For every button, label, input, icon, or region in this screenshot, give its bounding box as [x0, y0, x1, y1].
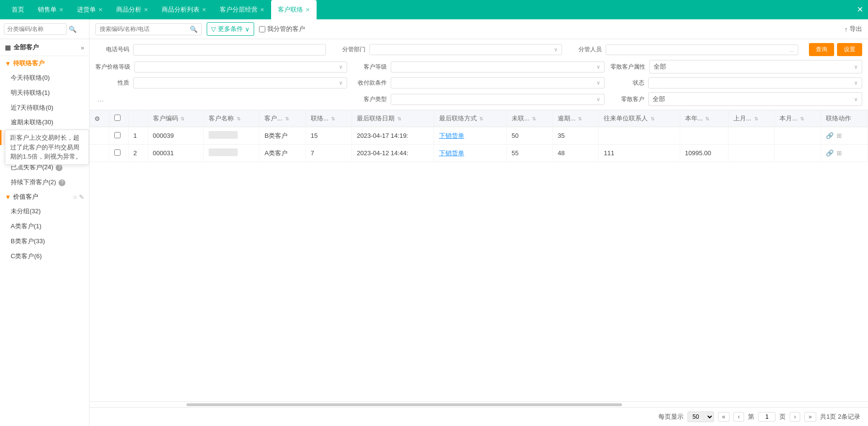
customer-grade-select[interactable]: ∨ — [391, 61, 605, 73]
cell-no-1: 1 — [128, 127, 148, 145]
close-purchase-tab[interactable]: ✕ — [98, 7, 103, 13]
grid-action-icon-2[interactable]: ⊞ — [837, 149, 842, 157]
person-select[interactable]: ... — [606, 44, 798, 55]
cell-pending-1: 50 — [506, 127, 552, 145]
status-select[interactable]: ∨ — [648, 77, 862, 88]
close-customer-segmentation-tab[interactable]: ✕ — [260, 7, 264, 13]
nav-customer-segmentation[interactable]: 客户分层经营 ✕ — [213, 0, 271, 19]
dept-select[interactable]: ∨ — [369, 44, 562, 55]
nav-product-analysis[interactable]: 商品分析 ✕ — [109, 0, 155, 19]
collapse-arrow-icon[interactable]: » — [81, 44, 84, 51]
grid-action-icon-1[interactable]: ⊞ — [837, 132, 842, 139]
sort-last-month-icon[interactable]: ⇅ — [754, 116, 758, 121]
cell-last-method-1[interactable]: 下销货单 — [434, 127, 506, 145]
sort-this-year-icon[interactable]: ⇅ — [705, 116, 709, 121]
info-icon-declining[interactable]: ? — [59, 179, 65, 186]
category-search-input[interactable] — [4, 23, 67, 35]
info-icon-already-lost[interactable]: ? — [56, 164, 62, 171]
nav-product-analysis-list[interactable]: 商品分析列表 ✕ — [155, 0, 213, 19]
filter-field-retail-attr: 零散客户属性 全部 ∨ — [610, 60, 862, 73]
horizontal-scrollbar[interactable] — [90, 401, 868, 407]
sidebar-item-declining[interactable]: 持续下滑客户(2) ? — [0, 175, 89, 190]
dept-caret-icon: ∨ — [554, 46, 558, 53]
col-this-month: 本月... ⇅ — [775, 110, 821, 127]
next-page-button[interactable]: › — [790, 412, 800, 422]
close-product-analysis-list-tab[interactable]: ✕ — [202, 7, 206, 13]
sort-code-icon[interactable]: ⇅ — [181, 116, 184, 121]
pending-contact-group[interactable]: ▼ 待联络客户 — [0, 56, 89, 71]
sort-name-icon[interactable]: ⇅ — [237, 116, 241, 121]
more-dots-button[interactable]: ... — [95, 95, 106, 103]
query-button[interactable]: 查询 — [809, 43, 834, 56]
settings-button[interactable]: 设置 — [837, 43, 862, 56]
export-button[interactable]: ↑ 导出 — [845, 25, 863, 33]
chevron-down-icon: ∨ — [245, 26, 250, 33]
sort-overdue-icon[interactable]: ⇅ — [578, 116, 582, 121]
value-customers-group[interactable]: ▼ 价值客户 ○ ✎ — [0, 190, 89, 204]
nature-select[interactable]: ∨ — [133, 77, 347, 88]
sort-this-month-icon[interactable]: ⇅ — [800, 116, 804, 121]
cell-check-1[interactable] — [109, 127, 128, 145]
data-table-container: ⚙ 客户编码 ⇅ 客户名称 ⇅ 客户... ⇅ 联络... ⇅ 最后联络日期 ⇅… — [90, 110, 868, 401]
col-checkbox-all[interactable] — [109, 110, 128, 127]
search-magnifier-icon[interactable]: 🔍 — [190, 26, 198, 33]
edit-pencil-icon[interactable]: ✎ — [79, 193, 84, 201]
pagination-bar: 每页显示 50 100 200 « ‹ 第 页 › » 共1页 2条记录 — [90, 407, 868, 426]
sidebar-item-b-class[interactable]: B类客户(33) — [0, 234, 89, 249]
select-all-checkbox[interactable] — [114, 115, 121, 121]
col-settings[interactable]: ⚙ — [90, 110, 109, 127]
close-product-analysis-tab[interactable]: ✕ — [144, 7, 148, 13]
filter-field-nature: 性质 ∨ — [95, 77, 347, 88]
link-icon-2[interactable]: 🔗 — [826, 149, 834, 157]
scroll-thumb[interactable] — [186, 403, 622, 406]
nav-home[interactable]: 首页 — [5, 0, 31, 19]
row2-checkbox[interactable] — [114, 149, 121, 156]
first-page-button[interactable]: « — [718, 412, 730, 422]
retail-customer-select[interactable]: 全部 ∨ — [648, 92, 862, 106]
cell-grade-2: A类客户 — [259, 145, 305, 162]
sort-grade-icon[interactable]: ⇅ — [285, 116, 289, 121]
nav-sales[interactable]: 销售单 ✕ — [31, 0, 70, 19]
sidebar-item-overdue[interactable]: 逾期未联络(30) — [0, 115, 89, 130]
col-overdue: 逾期... ⇅ — [553, 110, 599, 127]
price-grade-select[interactable]: ∨ — [134, 61, 347, 73]
col-action: 联络动作 — [821, 110, 868, 127]
window-close-button[interactable]: ✕ — [857, 5, 863, 14]
customer-type-select[interactable]: ∨ — [391, 94, 605, 105]
my-customers-checkbox-wrapper[interactable]: 我分管的客户 — [259, 25, 305, 33]
retail-attr-select[interactable]: 全部 ∨ — [649, 60, 862, 73]
nav-purchase[interactable]: 进货单 ✕ — [70, 0, 109, 19]
last-page-button[interactable]: » — [804, 412, 816, 422]
top-navigation: 首页 销售单 ✕ 进货单 ✕ 商品分析 ✕ 商品分析列表 ✕ 客户分层经营 ✕ … — [0, 0, 868, 19]
sort-contacts-icon[interactable]: ⇅ — [331, 116, 335, 121]
close-sales-tab[interactable]: ✕ — [59, 7, 63, 13]
cell-last-method-2[interactable]: 下销货单 — [434, 145, 506, 162]
more-filters-button[interactable]: ▽ 更多条件 ∨ — [207, 22, 254, 36]
cell-check-2[interactable] — [109, 145, 128, 162]
row1-checkbox[interactable] — [114, 132, 121, 138]
link-icon-1[interactable]: 🔗 — [826, 132, 834, 139]
sidebar-item-tomorrow[interactable]: 明天待联络(1) — [0, 86, 89, 101]
sidebar-item-c-class[interactable]: C类客户(6) — [0, 249, 89, 264]
payment-select[interactable]: ∨ — [391, 77, 605, 88]
sidebar-item-unclassified[interactable]: 未分组(32) — [0, 204, 89, 219]
sort-pending-icon[interactable]: ⇅ — [532, 116, 536, 121]
sidebar-item-a-class[interactable]: A类客户(1) — [0, 219, 89, 234]
col-this-year: 本年... ⇅ — [680, 110, 728, 127]
prev-page-button[interactable]: ‹ — [733, 412, 744, 422]
sidebar-item-today[interactable]: 今天待联络(0) — [0, 71, 89, 86]
customer-search-input[interactable] — [100, 26, 187, 32]
my-customers-checkbox[interactable] — [259, 26, 265, 32]
close-customer-contact-tab[interactable]: ✕ — [305, 7, 310, 13]
page-number-input[interactable] — [758, 412, 776, 422]
sort-unit-contacts-icon[interactable]: ⇅ — [651, 116, 655, 121]
all-customers-header[interactable]: ▦ 全部客户 » — [0, 39, 89, 56]
page-size-select[interactable]: 50 100 200 — [687, 411, 714, 422]
phone-input[interactable] — [133, 44, 326, 56]
edit-circle-icon[interactable]: ○ — [73, 193, 77, 201]
nav-customer-contact[interactable]: 客户联络 ✕ — [271, 0, 317, 19]
sidebar-item-7days[interactable]: 近7天待联络(0) — [0, 101, 89, 116]
sidebar-search-icon[interactable]: 🔍 — [69, 26, 76, 33]
sort-last-date-icon[interactable]: ⇅ — [397, 116, 401, 121]
sort-last-method-icon[interactable]: ⇅ — [479, 116, 483, 121]
